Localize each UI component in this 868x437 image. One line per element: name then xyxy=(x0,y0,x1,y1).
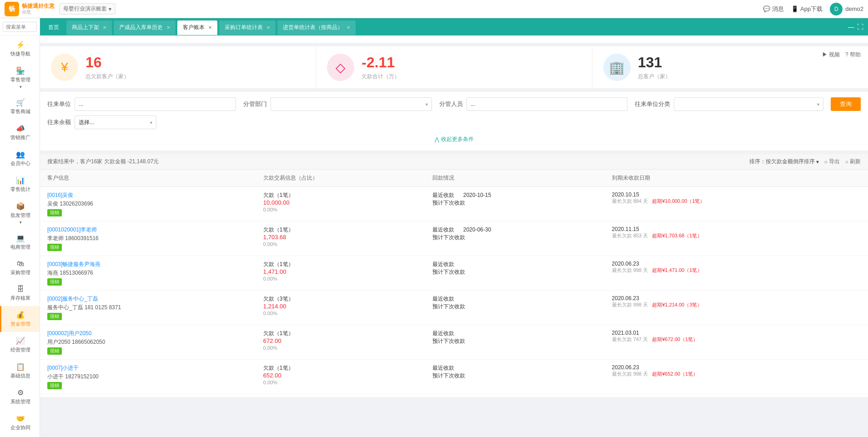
sort-arrow-icon: ▾ xyxy=(816,159,819,165)
tab-close-product-history[interactable]: ✕ xyxy=(166,25,170,30)
cell-customer-1: [0001020001]李老师 李老师 18600391516 现销 xyxy=(40,221,256,256)
sidebar-item-purchase[interactable]: 🛍 采购管理 xyxy=(0,255,40,281)
filter-source-unit-input[interactable]: ... xyxy=(75,97,236,111)
cell-payback-1: 最近收款 2020-06-30 预计下次收款 xyxy=(425,221,605,256)
sidebar-item-inventory[interactable]: 🗄 库存核算 xyxy=(0,281,40,306)
sidebar-item-retail-mgmt[interactable]: 🏪 零售管理 ▾ xyxy=(0,62,40,94)
video-btn[interactable]: ▶ 视频 xyxy=(822,51,840,59)
tab-close-customer-account[interactable]: ✕ xyxy=(208,25,212,30)
sidebar-item-quick-nav[interactable]: ⚡ 快捷导航 xyxy=(0,36,40,62)
overdue-amount-0[interactable]: 超期¥10,000.00（1笔） xyxy=(652,198,705,204)
refresh-btn[interactable]: ○ 刷新 xyxy=(845,158,861,166)
credit-count-0: 欠款（1笔） xyxy=(263,191,418,199)
sidebar-item-retail-stats[interactable]: 📊 零售统计 xyxy=(0,171,40,197)
sidebar-item-corp[interactable]: 🤝 企业协同 xyxy=(0,410,40,436)
content-header-actions: ▶ 视频 ? 帮助 xyxy=(822,51,861,59)
filter-balance: 往来余额 选择... ▾ xyxy=(47,116,861,129)
credit-amount-5[interactable]: 652.00 xyxy=(263,372,418,379)
overdue-days-2: 最长欠款 998 天 超期¥1,471.00（1笔） xyxy=(612,267,861,274)
customer-code-4[interactable]: [000002]用户2050 xyxy=(47,330,249,337)
customer-name-1: 李老师 18600391516 xyxy=(47,235,249,242)
user-area[interactable]: D demo2 xyxy=(830,3,863,15)
credit-amount-3[interactable]: 1,214.00 xyxy=(263,303,418,310)
credit-amount-4[interactable]: 672.00 xyxy=(263,337,418,344)
tab-maximize-icon[interactable]: ⛶ xyxy=(857,23,863,30)
help-btn[interactable]: ? 帮助 xyxy=(845,51,861,59)
batch-mgmt-icon: 📦 xyxy=(16,202,25,211)
batch-mgmt-label: 批发管理 xyxy=(10,212,30,219)
credit-amount-2[interactable]: 1,471.00 xyxy=(263,268,418,275)
stat-info-credit: 16 总欠款客户（家） xyxy=(85,54,129,80)
logo-text: 畅捷通好生意 xyxy=(22,3,55,9)
overdue-amount-2[interactable]: 超期¥1,471.00（1笔） xyxy=(652,267,702,273)
tab-close-import-stats[interactable]: ✕ xyxy=(346,25,350,30)
overdue-days-1: 最长欠款 853 天 超期¥1,703.68（1笔） xyxy=(612,232,861,239)
sidebar-item-marketing[interactable]: 📣 营销推广 xyxy=(0,120,40,146)
tab-minimize-icon[interactable]: — xyxy=(848,23,854,30)
sidebar-item-finance[interactable]: 💰 资金管理 xyxy=(0,306,40,332)
app-download-btn[interactable]: 📱 App下载 xyxy=(791,5,823,13)
customer-code-1[interactable]: [0001020001]李老师 xyxy=(47,226,249,234)
tab-products-off[interactable]: 商品上下架✕ xyxy=(66,20,112,35)
cell-overdue-0: 2020.10.15 最长欠款 884 天 超期¥10,000.00（1笔） xyxy=(605,187,868,221)
credit-amount-0[interactable]: 10,000.00 xyxy=(263,199,418,206)
sidebar-item-system[interactable]: ⚙ 系统管理 xyxy=(0,384,40,410)
refresh-label: 刷新 xyxy=(850,158,861,166)
overdue-amount-1[interactable]: 超期¥1,703.68（1笔） xyxy=(652,233,702,238)
cell-payback-6: 最近收款 预计下次收款 xyxy=(425,394,605,397)
customer-code-3[interactable]: [0002]服务中心_丁磊 xyxy=(47,295,249,303)
tab-close-products-off[interactable]: ✕ xyxy=(103,25,106,30)
refresh-icon: ○ xyxy=(845,159,848,165)
purchase-icon: 🛍 xyxy=(17,260,24,268)
main-layout: ⚡ 快捷导航 🏪 零售管理 ▾ 🛒 零售商城 📣 营销推广 👥 会员中心 📊 零… xyxy=(0,18,868,437)
overdue-amount-4[interactable]: 超期¥672.00（1笔） xyxy=(652,337,698,342)
export-btn[interactable]: ○ 导出 xyxy=(824,158,840,166)
sidebar-item-ops[interactable]: 📈 经营管理 xyxy=(0,332,40,358)
sidebar-item-members[interactable]: 👥 会员中心 xyxy=(0,146,40,171)
credit-amount-1[interactable]: 1,703.68 xyxy=(263,234,418,241)
cell-overdue-5: 2020.06.23 最长欠款 998 天 超期¥652.00（1笔） xyxy=(605,360,868,394)
sidebar-item-batch-mgmt[interactable]: 📦 批发管理 ▾ xyxy=(0,197,40,229)
customer-code-2[interactable]: [0003]畅捷服务尹海燕 xyxy=(47,261,249,268)
filter-unit-type-select[interactable]: ▾ xyxy=(674,97,823,111)
customer-code-5[interactable]: [0007]小进干 xyxy=(47,364,249,372)
credit-pct-4: 0.00% xyxy=(263,345,418,351)
tab-import-stats[interactable]: 进货单统计表（按商品）✕ xyxy=(277,20,356,35)
filter-dept-arrow-icon: ▾ xyxy=(426,102,428,107)
next-payment-label-5: 预计下次收款 xyxy=(432,372,597,380)
last-payment-label-0: 最近收款 2020-10-15 xyxy=(432,191,597,199)
tab-close-purchase-stats[interactable]: ✕ xyxy=(266,25,270,30)
customer-tag-0: 现销 xyxy=(47,209,62,216)
help-label: 帮助 xyxy=(850,51,861,58)
filter-person-input[interactable]: ... xyxy=(467,97,628,111)
sidebar-item-basic[interactable]: 📋 基础信息 xyxy=(0,358,40,384)
sidebar-item-retail-mall[interactable]: 🛒 零售商城 xyxy=(0,94,40,120)
results-bar: 搜索结果中，客户16家 欠款金额 -21,148.07元 排序：按欠款金额倒序排… xyxy=(40,154,868,170)
org-selector[interactable]: 母婴行业演示账套 ▾ xyxy=(59,3,115,15)
overdue-amount-5[interactable]: 超期¥652.00（1笔） xyxy=(652,371,698,377)
tab-customer-account[interactable]: 客户账本✕ xyxy=(177,20,217,35)
overdue-amount-3[interactable]: 超期¥1,214.00（3笔） xyxy=(652,302,702,307)
sort-selector[interactable]: 排序：按欠款金额倒序排序 ▾ xyxy=(749,158,819,166)
cell-payback-2: 最近收款 预计下次收款 xyxy=(425,256,605,291)
filter-balance-select[interactable]: 选择... ▾ xyxy=(75,116,156,129)
message-label: 消息 xyxy=(772,5,784,13)
batch-mgmt-arrow: ▾ xyxy=(20,220,22,225)
tab-product-history[interactable]: 产成品入库单历史✕ xyxy=(114,20,176,35)
stat-icon-credit: ¥ xyxy=(51,54,78,81)
table-header-row: 客户信息 欠款交易信息（占比） 回款情况 到期未收款日期 xyxy=(40,170,868,187)
next-payment-label-0: 预计下次收款 xyxy=(432,199,597,207)
search-button[interactable]: 查询 xyxy=(831,97,861,111)
sidebar-search-input[interactable] xyxy=(3,22,37,32)
collapse-filters-btn[interactable]: ⋀ 收起更多条件 xyxy=(47,134,861,145)
main-content: ▶ 视频 ? 帮助 ¥ 16 总欠款客户（家） xyxy=(40,35,868,437)
filter-dept-select[interactable]: ▾ xyxy=(271,97,432,111)
table-row: [0003]畅捷服务尹海燕 海燕 18513066976 现销 欠款（1笔） 1… xyxy=(40,256,868,291)
message-btn[interactable]: 💬 消息 xyxy=(763,5,784,13)
sidebar-item-ecommerce[interactable]: 💻 电商管理 xyxy=(0,229,40,255)
content-area: 首页商品上下架✕产成品入库单历史✕客户账本✕采购订单统计表✕进货单统计表（按商品… xyxy=(40,18,868,437)
col-credit-info: 欠款交易信息（占比） xyxy=(256,170,425,187)
customer-code-0[interactable]: [0016]吴俊 xyxy=(47,191,249,199)
tab-home[interactable]: 首页 xyxy=(43,20,65,35)
tab-purchase-stats[interactable]: 采购订单统计表✕ xyxy=(219,20,276,35)
